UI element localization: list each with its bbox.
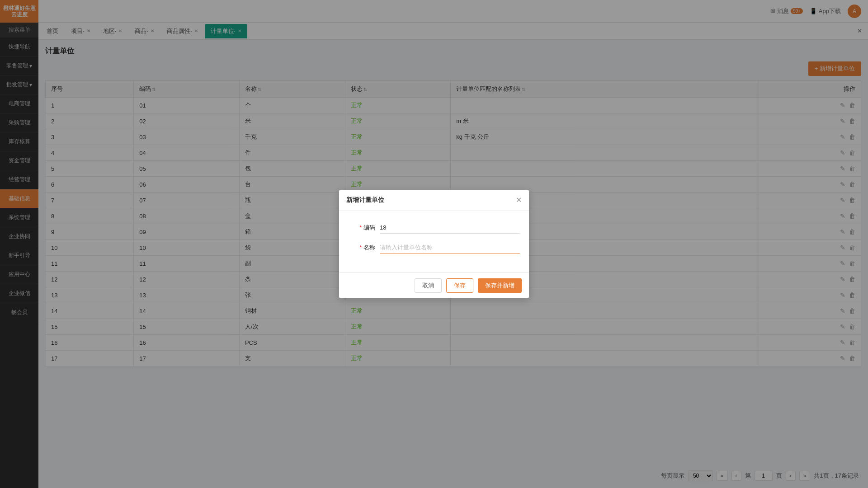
code-label: 编码 (348, 224, 375, 232)
modal-close-button[interactable]: ✕ (516, 197, 522, 204)
name-label: 名称 (348, 244, 375, 252)
modal-footer: 取消 保存 保存并新增 (339, 272, 529, 298)
modal-body: 编码 名称 (339, 211, 529, 272)
name-input[interactable] (380, 242, 520, 253)
modal-header: 新增计量单位 ✕ (339, 190, 529, 211)
add-unit-modal: 新增计量单位 ✕ 编码 名称 取消 保存 保存并新增 (339, 190, 529, 298)
modal-title: 新增计量单位 (346, 196, 384, 204)
code-input[interactable] (380, 222, 520, 234)
save-and-new-button[interactable]: 保存并新增 (478, 278, 522, 293)
name-field-row: 名称 (348, 242, 520, 253)
save-button[interactable]: 保存 (446, 278, 473, 293)
code-field-row: 编码 (348, 222, 520, 234)
modal-overlay: 新增计量单位 ✕ 编码 名称 取消 保存 保存并新增 (0, 0, 868, 488)
cancel-button[interactable]: 取消 (415, 278, 442, 293)
